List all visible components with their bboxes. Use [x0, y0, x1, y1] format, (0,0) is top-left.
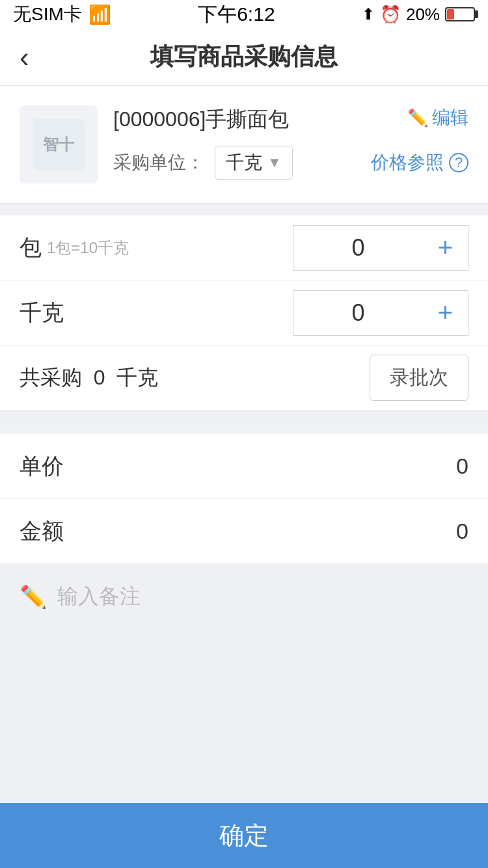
kg-label: 千克	[20, 298, 64, 328]
status-left: 无SIM卡 📶	[13, 2, 111, 27]
battery-percent: 20%	[406, 5, 440, 25]
package-number-input[interactable]: 0	[293, 225, 423, 271]
kg-input-row: 千克 0 +	[0, 280, 488, 346]
status-bar: 无SIM卡 📶 下午6:12 ⬆ ⏰ 20%	[0, 0, 488, 29]
unit-value: 千克	[226, 150, 262, 175]
status-right: ⬆ ⏰ 20%	[362, 5, 475, 25]
remark-section[interactable]: ✏️ 输入备注	[0, 564, 488, 629]
alarm-icon: ⏰	[380, 5, 401, 25]
unit-label: 采购单位：	[113, 150, 204, 175]
pencil-icon: ✏️	[20, 584, 47, 610]
package-value: 0	[351, 234, 364, 262]
unit-price-label: 单价	[20, 452, 64, 481]
amount-label: 金额	[20, 517, 64, 547]
package-input-row: 包 1包=10千克 0 +	[0, 215, 488, 280]
wifi-icon: 📶	[88, 4, 111, 25]
confirm-button[interactable]: 确定	[0, 803, 488, 868]
amount-row: 金额 0	[0, 499, 488, 564]
location-icon: ⬆	[362, 5, 375, 23]
page-title: 填写商品采购信息	[150, 41, 338, 73]
product-info: [0000006]手撕面包 ✏️ 编辑 采购单位： 千克 ▼ 价格参照 ?	[113, 105, 468, 180]
kg-value: 0	[351, 299, 364, 327]
package-controls: 0 +	[293, 225, 468, 271]
back-button[interactable]: ‹	[20, 43, 29, 72]
edit-icon: ✏️	[407, 108, 428, 128]
unit-row: 采购单位： 千克 ▼ 价格参照 ?	[113, 146, 468, 180]
kg-number-input[interactable]: 0	[293, 290, 423, 336]
summary-amount: 0	[94, 366, 105, 389]
content-area	[0, 629, 488, 824]
amount-value: 0	[456, 519, 468, 544]
package-plus-button[interactable]: +	[423, 225, 468, 271]
package-sublabel: 1包=10千克	[47, 237, 129, 258]
kg-plus-button[interactable]: +	[423, 290, 468, 336]
separator-1	[0, 204, 488, 215]
batch-button[interactable]: 录批次	[370, 355, 468, 401]
price-section: 单价 0 金额 0	[0, 434, 488, 564]
product-header: [0000006]手撕面包 ✏️ 编辑	[113, 105, 468, 134]
chevron-down-icon: ▼	[267, 154, 282, 171]
unit-price-value: 0	[456, 454, 468, 479]
summary-text: 共采购 0 千克	[20, 364, 158, 392]
kg-controls: 0 +	[293, 290, 468, 336]
summary-prefix: 共采购	[20, 366, 82, 389]
carrier-text: 无SIM卡	[13, 2, 82, 27]
unit-select[interactable]: 千克 ▼	[215, 146, 293, 180]
product-logo: 智十	[33, 118, 85, 170]
nav-bar: ‹ 填写商品采购信息	[0, 29, 488, 86]
edit-button[interactable]: ✏️ 编辑	[407, 105, 468, 130]
price-ref-label: 价格参照	[371, 150, 444, 175]
price-reference-button[interactable]: 价格参照 ?	[371, 150, 468, 175]
product-image: 智十	[20, 105, 98, 183]
product-card: 智十 [0000006]手撕面包 ✏️ 编辑 采购单位： 千克 ▼ 价格参照 ?	[0, 86, 488, 204]
battery-icon	[445, 7, 475, 21]
logo-text: 智十	[43, 134, 74, 155]
confirm-wrapper: 确定	[0, 803, 488, 868]
time-text: 下午6:12	[198, 1, 275, 28]
unit-price-row: 单价 0	[0, 434, 488, 499]
separator-2	[0, 411, 488, 422]
summary-row: 共采购 0 千克 录批次	[0, 346, 488, 411]
help-icon: ?	[449, 153, 468, 172]
product-name: [0000006]手撕面包	[113, 105, 289, 134]
edit-label: 编辑	[432, 105, 468, 130]
input-section: 包 1包=10千克 0 + 千克 0 +	[0, 215, 488, 346]
remark-placeholder: 输入备注	[57, 582, 141, 611]
summary-unit: 千克	[116, 366, 158, 389]
package-label: 包	[20, 233, 42, 263]
